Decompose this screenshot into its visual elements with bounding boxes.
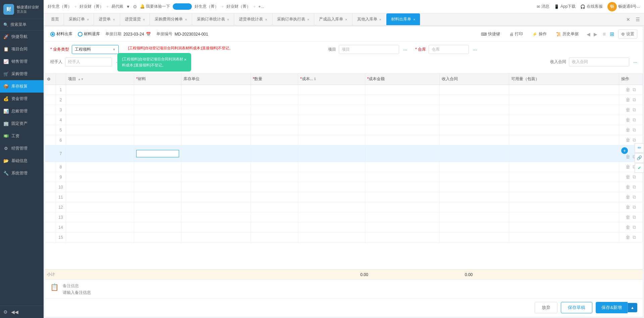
row-cost-price-cell[interactable] [298,212,365,222]
row-qty-cell[interactable] [251,172,298,182]
delete-row-icon[interactable]: 🗑 [625,224,631,230]
close-window-icon[interactable]: ✕ [625,15,632,23]
row-qty-cell[interactable] [251,232,298,243]
project-more-icon[interactable]: ··· [403,47,407,52]
row-qty-cell[interactable] [251,162,298,172]
tab-home[interactable]: 首页 [46,13,64,25]
tab-close-icon[interactable]: × [143,17,145,21]
row-project-cell[interactable] [66,145,134,162]
info-icon[interactable]: ℹ [314,77,316,81]
delete-row-icon[interactable]: 🗑 [625,163,631,170]
row-unit-cell[interactable] [181,95,251,105]
discard-button[interactable]: 放弃 [535,302,557,313]
delete-row-icon[interactable]: 🗑 [625,116,631,123]
row-qty-cell[interactable] [251,202,298,212]
row-project-cell[interactable] [66,172,134,182]
gear-icon[interactable]: ⚙ [3,309,8,315]
collapse-icon[interactable]: ◀◀ [11,309,18,315]
row-cost-price-cell[interactable] [298,222,365,232]
income-contract-more-icon[interactable]: ··· [633,59,637,65]
row-cost-price-cell[interactable] [298,105,365,115]
tab-close-icon[interactable]: × [307,17,309,21]
row-available-qty-cell[interactable] [509,135,619,145]
income-contract-input[interactable]: 收入合同 [569,57,629,66]
row-available-qty-cell[interactable] [509,95,619,105]
row-qty-cell[interactable] [251,182,298,192]
row-material-cell[interactable] [134,135,181,145]
row-available-qty-cell[interactable] [509,202,619,212]
copy-row-icon[interactable]: ⧉ [632,204,637,210]
topbar-good-finance2[interactable]: 好业财（菁） [226,4,251,9]
row-cost-amount-cell[interactable] [365,232,439,243]
row-material-cell[interactable] [134,85,181,95]
tab-close-icon[interactable]: × [345,17,347,21]
row-income-contract-cell[interactable] [440,135,509,145]
copy-row-icon[interactable]: ⧉ [632,183,637,190]
row-unit-cell[interactable] [181,135,251,145]
copy-row-icon[interactable]: ⧉ [632,126,637,133]
row-unit-cell[interactable] [181,115,251,125]
copy-row-icon[interactable]: ⧉ [632,214,637,220]
row-cost-price-cell[interactable] [298,115,365,125]
delete-row-icon[interactable]: 🗑 [625,173,631,180]
sidebar-item-inventory[interactable]: 📦 库存核算 [0,80,44,93]
row-material-cell[interactable] [134,232,181,243]
side-icon-check[interactable]: ✔ [635,163,644,173]
row-cost-amount-cell[interactable] [365,172,439,182]
next-doc-icon[interactable]: ▶ [592,31,599,38]
sidebar-item-shortcut[interactable]: 🚀 快捷导航 [0,31,44,43]
row-cost-amount-cell[interactable] [365,212,439,222]
view-toggle-list[interactable]: ≡ [603,31,606,37]
row-income-contract-cell[interactable] [440,192,509,202]
row-cost-amount-cell[interactable] [365,85,439,95]
row-project-cell[interactable] [66,182,134,192]
row-material-cell[interactable] [134,145,181,162]
row-material-cell[interactable] [134,222,181,232]
sidebar-item-sales[interactable]: 📈 销售管理 [0,55,44,68]
row-available-qty-cell[interactable] [509,232,619,243]
row-project-cell[interactable] [66,125,134,135]
user-profile[interactable]: 畅 畅捷通8号... [607,2,640,11]
row-qty-cell[interactable] [251,95,298,105]
row-available-qty-cell[interactable] [509,115,619,125]
row-material-cell[interactable] [134,212,181,222]
tab-product-instock[interactable]: 产成品入库单 × [314,13,352,25]
tab-purchase-order[interactable]: 采购订单 × [64,13,94,25]
row-cost-amount-cell[interactable] [365,115,439,125]
delete-row-icon[interactable]: 🗑 [625,126,631,133]
row-cost-price-cell[interactable] [298,95,365,105]
row-material-cell[interactable] [134,115,181,125]
warehouse-more-icon[interactable]: ··· [473,47,477,52]
row-available-qty-cell[interactable] [509,145,619,162]
row-project-cell[interactable] [66,115,134,125]
row-cost-price-cell[interactable] [298,192,365,202]
save-new-arrow-button[interactable]: ▲ [628,303,637,312]
delete-row-icon[interactable]: 🗑 [625,106,631,113]
shortcut-key-btn[interactable]: ⌨ 快捷键 [478,30,503,38]
delete-row-icon[interactable]: 🗑 [625,214,631,220]
sidebar-item-salary[interactable]: 💵 工资 [0,130,44,142]
row-material-cell[interactable] [134,172,181,182]
row-qty-cell[interactable] [251,125,298,135]
row-cost-amount-cell[interactable] [365,162,439,172]
copy-row-icon[interactable]: ⧉ [632,106,637,113]
calendar-icon[interactable]: 📅 [146,32,151,37]
copy-row-icon[interactable]: ⧉ [632,224,637,230]
view-toggle-grid[interactable]: ⊞ [610,31,614,37]
row-income-contract-cell[interactable] [440,105,509,115]
row-project-cell[interactable] [66,105,134,115]
add-row-btn[interactable]: + [621,147,628,154]
radio-material-out[interactable]: 材料出库 [50,31,72,37]
row-unit-cell[interactable] [181,232,251,243]
row-material-cell[interactable] [134,125,181,135]
row-material-cell[interactable] [134,162,181,172]
copy-row-icon[interactable]: ⧉ [632,86,637,93]
row-unit-cell[interactable] [181,192,251,202]
row-cost-amount-cell[interactable] [365,222,439,232]
row-unit-cell[interactable] [181,212,251,222]
row-unit-cell[interactable] [181,182,251,192]
delete-row-icon[interactable]: 🗑 [625,86,631,93]
copy-row-icon[interactable]: ⧉ [632,234,637,241]
row-income-contract-cell[interactable] [440,95,509,105]
row-project-cell[interactable] [66,135,134,145]
